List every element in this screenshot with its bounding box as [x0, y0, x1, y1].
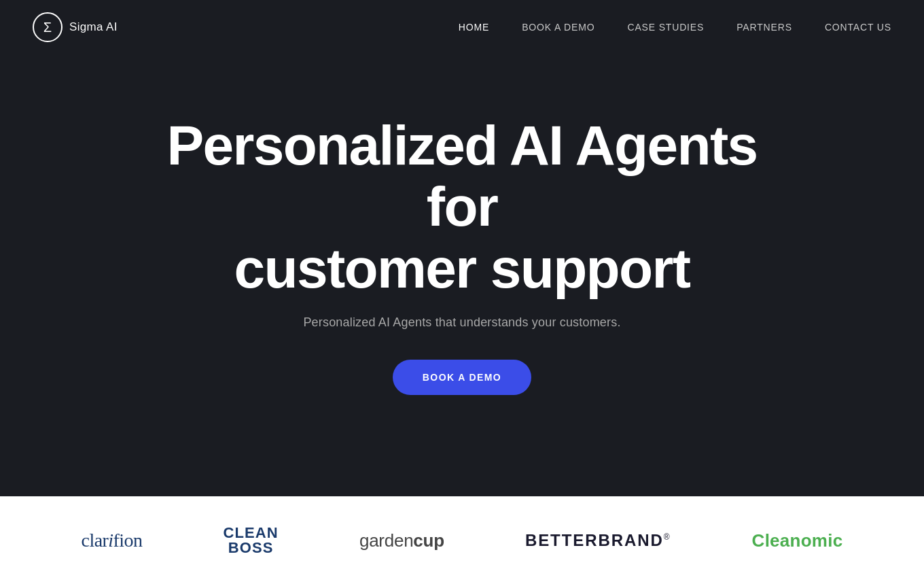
hero-subtitle: Personalized AI Agents that understands … — [303, 315, 620, 330]
nav-link-book-demo[interactable]: BOOK A DEMO — [522, 22, 594, 33]
nav-links: HOME BOOK A DEMO CASE STUDIES PARTNERS C… — [459, 21, 891, 33]
logo-cleanomic: Cleanomic — [752, 523, 843, 557]
nav-item-case-studies[interactable]: CASE STUDIES — [627, 21, 704, 33]
nav-item-contact-us[interactable]: CONTACT US — [825, 21, 891, 33]
nav-item-partners[interactable]: PARTNERS — [736, 21, 792, 33]
nav-link-contact-us[interactable]: CONTACT US — [825, 22, 891, 33]
logo-icon: Σ — [33, 12, 63, 42]
logo-betterbrand: BETTERBRAND® — [525, 523, 671, 557]
hero-title: Personalized AI Agents for customer supp… — [156, 115, 768, 299]
logo-clarifion: clarifion — [82, 523, 143, 557]
hero-cta-button[interactable]: BOOK A DEMO — [393, 360, 531, 395]
hero-section: Personalized AI Agents for customer supp… — [0, 0, 924, 496]
nav-item-book-demo[interactable]: BOOK A DEMO — [522, 21, 594, 33]
logo-cleanboss: CLEAN BOSS — [224, 523, 279, 557]
nav-link-partners[interactable]: PARTNERS — [736, 22, 792, 33]
logos-strip: clarifion CLEAN BOSS gardencup BETTERBRA… — [0, 496, 924, 584]
navbar: Σ Sigma AI HOME BOOK A DEMO CASE STUDIES… — [0, 0, 924, 54]
nav-item-home[interactable]: HOME — [459, 21, 489, 33]
nav-link-home[interactable]: HOME — [459, 22, 489, 33]
logo-gardencup: gardencup — [359, 523, 444, 557]
logo-text: Sigma AI — [69, 20, 118, 34]
nav-link-case-studies[interactable]: CASE STUDIES — [627, 22, 704, 33]
logo-link[interactable]: Σ Sigma AI — [33, 12, 118, 42]
